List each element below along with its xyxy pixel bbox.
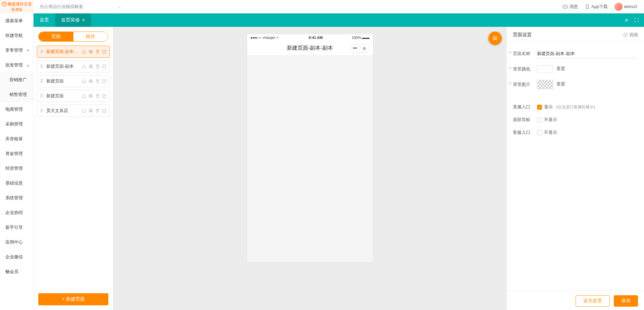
delete-icon[interactable]: [95, 79, 100, 84]
drag-icon[interactable]: ☰: [40, 64, 44, 69]
phone-preview: ●●●○○ chanjet ᯤ 9:41 AM 100% ▬▬ 新建页面-副本-…: [247, 34, 373, 262]
brand-line1: 畅捷通好生意: [8, 1, 32, 7]
copy-icon[interactable]: [89, 108, 93, 113]
bg-color-swatch[interactable]: [537, 65, 553, 73]
wifi-icon: ᯤ: [276, 36, 280, 40]
reset-bg-image[interactable]: 重置: [556, 82, 565, 87]
tab-1[interactable]: 首页装修✕: [55, 13, 91, 27]
drag-icon[interactable]: ☰: [40, 49, 44, 54]
save-button[interactable]: 保存: [614, 295, 638, 307]
tab-0[interactable]: 首页: [34, 13, 55, 27]
drag-icon[interactable]: ☰: [40, 79, 44, 84]
canvas: ●●●○○ chanjet ᯤ 9:41 AM 100% ▬▬ 新建页面-副本-…: [113, 27, 506, 310]
new-page-button[interactable]: + 新建页面: [38, 293, 108, 305]
home-icon[interactable]: [82, 64, 87, 69]
app-download-button[interactable]: App下载: [585, 4, 608, 10]
page-item-1[interactable]: ☰ 新建页面-副本: [37, 60, 110, 72]
sidebar-item-7[interactable]: 采购管理: [0, 117, 33, 132]
checkbox-service[interactable]: [537, 130, 542, 135]
sidebar-item-17[interactable]: 畅会员: [0, 264, 33, 279]
sidebar-item-11[interactable]: 基础信息: [0, 176, 33, 191]
phone-body[interactable]: [247, 56, 373, 262]
checkbox-bottom-nav[interactable]: [537, 117, 542, 122]
sidebar-item-1[interactable]: 快捷导航: [0, 28, 33, 43]
account-selector[interactable]: 办公用品行业模拟账套 ⌄: [37, 2, 124, 12]
close-all-icon[interactable]: [624, 17, 629, 23]
sidebar-item-12[interactable]: 系统管理: [0, 191, 33, 205]
home-icon[interactable]: [82, 79, 87, 84]
copy-icon[interactable]: [89, 79, 93, 84]
signal-icon: ●●●○○: [251, 36, 262, 40]
delete-icon[interactable]: [95, 108, 100, 113]
sidebar-item-10[interactable]: 经营管理: [0, 161, 33, 176]
delete-icon[interactable]: [95, 64, 100, 69]
sidebar-item-13[interactable]: 企业协同: [0, 205, 33, 220]
phone-time: 9:41 AM: [309, 36, 323, 40]
sidebar-item-2[interactable]: 零售管理▼: [0, 43, 33, 58]
svg-point-6: [587, 8, 587, 8]
svg-rect-8: [89, 50, 92, 52]
phone-statusbar: ●●●○○ chanjet ᯤ 9:41 AM 100% ▬▬: [247, 34, 373, 41]
home-icon[interactable]: [82, 49, 87, 54]
page-item-4[interactable]: ☰ 昊天文具店: [37, 105, 110, 117]
share-icon[interactable]: [102, 108, 107, 113]
reset-bg-color[interactable]: 重置: [556, 66, 565, 71]
svg-rect-10: [89, 65, 92, 67]
message-icon: [562, 4, 568, 9]
seg-page[interactable]: 页面: [39, 32, 73, 41]
copy-icon[interactable]: [89, 94, 93, 98]
delete-icon[interactable]: [95, 94, 100, 98]
share-icon[interactable]: [102, 64, 107, 69]
phone-title: 新建页面-副本-副本: [287, 45, 333, 52]
sidebar-item-16[interactable]: 企业微信: [0, 250, 33, 264]
phone-navbar: 新建页面-副本-副本 ••• ◎: [247, 41, 373, 56]
svg-point-3: [565, 6, 565, 7]
drag-icon[interactable]: ☰: [40, 108, 44, 113]
seg-component[interactable]: 组件: [73, 32, 108, 41]
tab-bar: 首页首页装修✕: [34, 13, 644, 27]
copy-icon[interactable]: [89, 49, 93, 54]
brand-logo[interactable]: 畅捷通好生意 标准版: [0, 0, 34, 13]
page-name: 昊天文具店: [46, 108, 79, 114]
chevron-down-icon: ⌄: [118, 4, 121, 9]
sidebar-item-4[interactable]: 营销推广: [0, 72, 33, 87]
brand-line2: 标准版: [11, 7, 22, 12]
page-item-3[interactable]: ☰ 新建页面: [37, 90, 110, 102]
user-menu[interactable]: demo2: [614, 3, 637, 11]
copy-icon[interactable]: [89, 64, 93, 69]
video-help-button[interactable]: 视频: [623, 32, 638, 38]
label-service: 客服入口: [513, 130, 537, 136]
checkbox-live[interactable]: ✓: [537, 105, 542, 110]
bg-image-swatch[interactable]: [537, 80, 553, 89]
page-panel: 页面 组件 ☰ 新建页面-副本... ☰ 新建页面-副本 ☰ 新建页面 ☰ 新建: [34, 27, 113, 310]
sidebar-item-6[interactable]: 电商管理: [0, 102, 33, 117]
delete-icon[interactable]: [95, 49, 100, 54]
more-icon[interactable]: •••: [352, 45, 358, 51]
sidebar-item-5[interactable]: 销售管理: [0, 87, 33, 102]
menu-fab[interactable]: [488, 32, 502, 45]
caret-icon: ▲: [26, 63, 30, 67]
set-home-button[interactable]: 设为首页: [576, 295, 610, 307]
page-item-2[interactable]: ☰ 新建页面: [37, 75, 110, 87]
page-item-0[interactable]: ☰ 新建页面-副本...: [37, 46, 110, 58]
tab-close-icon[interactable]: ✕: [82, 18, 85, 22]
home-icon[interactable]: [82, 94, 87, 98]
sidebar-item-0[interactable]: 搜索菜单: [0, 13, 33, 28]
sidebar-item-8[interactable]: 库存核算: [0, 132, 33, 146]
target-icon[interactable]: ◎: [361, 45, 367, 51]
share-icon[interactable]: [102, 94, 107, 98]
drag-icon[interactable]: ☰: [40, 94, 44, 98]
fullscreen-icon[interactable]: [634, 17, 639, 23]
svg-rect-12: [89, 80, 92, 82]
input-page-name[interactable]: [537, 49, 638, 58]
sidebar-item-15[interactable]: 应用中心: [0, 235, 33, 250]
sidebar-item-3[interactable]: 批发管理▲: [0, 58, 33, 72]
share-icon[interactable]: [102, 79, 107, 84]
messages-button[interactable]: 消息: [562, 4, 578, 10]
miniprogram-capsule[interactable]: ••• ◎: [350, 44, 370, 53]
share-icon[interactable]: [102, 49, 107, 54]
sidebar-item-9[interactable]: 资金管理: [0, 146, 33, 161]
home-icon[interactable]: [82, 108, 87, 113]
svg-point-4: [566, 6, 566, 7]
sidebar-item-14[interactable]: 新手引导: [0, 220, 33, 235]
